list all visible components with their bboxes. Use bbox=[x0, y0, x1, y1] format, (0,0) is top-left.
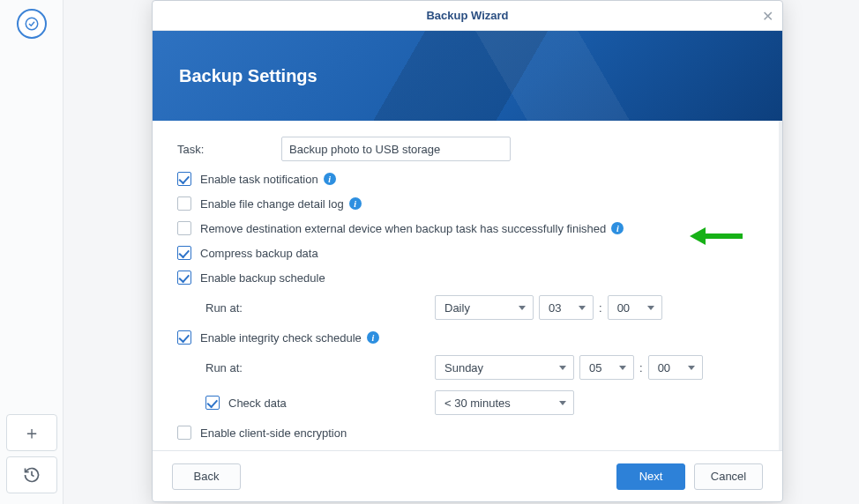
opt-label: Enable integrity check schedule bbox=[200, 331, 362, 345]
modal-footer: Back Next Cancel bbox=[153, 450, 782, 501]
integrity-hour-select[interactable]: 05 bbox=[579, 355, 634, 380]
schedule-frequency-select[interactable]: Daily bbox=[435, 295, 534, 320]
main-area: Backup Wizard ✕ Backup Settings Task: En… bbox=[63, 0, 859, 504]
opt-schedule: Enable backup schedule bbox=[177, 271, 754, 285]
integrity-minute-select[interactable]: 00 bbox=[648, 355, 703, 380]
info-icon[interactable]: i bbox=[349, 197, 362, 210]
app-logo-icon[interactable] bbox=[17, 9, 47, 39]
select-value: < 30 minutes bbox=[444, 397, 511, 410]
info-icon[interactable]: i bbox=[367, 331, 379, 344]
checkbox-filelog[interactable] bbox=[177, 196, 191, 211]
checkbox-integrity[interactable] bbox=[177, 330, 191, 345]
checkbox-check-data[interactable] bbox=[205, 396, 220, 410]
page-heading: Backup Settings bbox=[179, 66, 317, 86]
next-button[interactable]: Next bbox=[616, 463, 685, 490]
opt-encryption: Enable client-side encryption bbox=[177, 426, 754, 440]
backup-wizard-modal: Backup Wizard ✕ Backup Settings Task: En… bbox=[152, 0, 783, 502]
checkbox-schedule[interactable] bbox=[177, 271, 191, 285]
svg-point-0 bbox=[26, 18, 38, 30]
select-value: 03 bbox=[549, 301, 561, 315]
task-label: Task: bbox=[177, 143, 281, 156]
opt-filelog: Enable file change detail log i bbox=[177, 196, 754, 211]
run-at-label: Run at: bbox=[205, 361, 435, 374]
select-value: 05 bbox=[589, 361, 601, 374]
opt-integrity: Enable integrity check schedule i bbox=[177, 330, 754, 345]
opt-label: Enable task notification bbox=[200, 173, 318, 186]
opt-label: Enable file change detail log bbox=[200, 197, 344, 211]
history-button[interactable] bbox=[6, 456, 57, 493]
info-icon[interactable]: i bbox=[611, 222, 624, 234]
modal-banner: Backup Settings bbox=[153, 31, 782, 121]
cancel-button[interactable]: Cancel bbox=[694, 463, 763, 490]
chevron-down-icon bbox=[559, 401, 566, 405]
chevron-down-icon bbox=[559, 366, 566, 370]
opt-remove-device: Remove destination external device when … bbox=[177, 221, 754, 235]
checkbox-notification[interactable] bbox=[177, 172, 191, 186]
app-sidebar: ＋ bbox=[0, 0, 63, 504]
check-duration-select[interactable]: < 30 minutes bbox=[435, 390, 574, 415]
opt-label: Remove destination external device when … bbox=[200, 222, 606, 235]
check-data-row: Check data < 30 minutes bbox=[177, 390, 754, 415]
opt-label: Compress backup data bbox=[200, 247, 318, 260]
schedule-minute-select[interactable]: 00 bbox=[608, 295, 662, 320]
chevron-down-icon bbox=[647, 306, 654, 310]
opt-label: Check data bbox=[228, 397, 435, 410]
close-icon[interactable]: ✕ bbox=[762, 8, 773, 25]
schedule-hour-select[interactable]: 03 bbox=[539, 295, 594, 320]
add-button[interactable]: ＋ bbox=[6, 414, 57, 451]
checkbox-compress[interactable] bbox=[177, 246, 191, 260]
select-value: Sunday bbox=[444, 361, 483, 374]
opt-compress: Compress backup data bbox=[177, 246, 754, 260]
schedule-run-at-row: Run at: Daily 03 : 00 bbox=[177, 295, 754, 320]
time-colon: : bbox=[599, 301, 602, 315]
opt-label: Enable client-side encryption bbox=[200, 426, 347, 440]
chevron-down-icon bbox=[688, 366, 695, 370]
checkbox-remove-device[interactable] bbox=[177, 221, 191, 235]
run-at-label: Run at: bbox=[205, 301, 435, 315]
chevron-down-icon bbox=[579, 306, 586, 310]
modal-body: Task: Enable task notification i Enable … bbox=[153, 121, 782, 450]
checkbox-encryption[interactable] bbox=[177, 426, 191, 440]
select-value: 00 bbox=[658, 361, 670, 374]
info-icon[interactable]: i bbox=[324, 173, 336, 185]
chevron-down-icon bbox=[519, 306, 526, 310]
opt-notification: Enable task notification i bbox=[177, 172, 754, 186]
chevron-down-icon bbox=[619, 366, 626, 370]
integrity-day-select[interactable]: Sunday bbox=[435, 355, 574, 380]
task-row: Task: bbox=[177, 137, 754, 161]
select-value: 00 bbox=[617, 301, 630, 315]
time-colon: : bbox=[639, 361, 643, 374]
opt-label: Enable backup schedule bbox=[200, 271, 325, 285]
modal-title: Backup Wizard bbox=[426, 9, 508, 22]
task-name-input[interactable] bbox=[281, 137, 511, 161]
back-button[interactable]: Back bbox=[172, 463, 241, 490]
select-value: Daily bbox=[444, 301, 470, 315]
modal-titlebar: Backup Wizard ✕ bbox=[153, 1, 782, 31]
integrity-run-at-row: Run at: Sunday 05 : 00 bbox=[177, 355, 754, 380]
